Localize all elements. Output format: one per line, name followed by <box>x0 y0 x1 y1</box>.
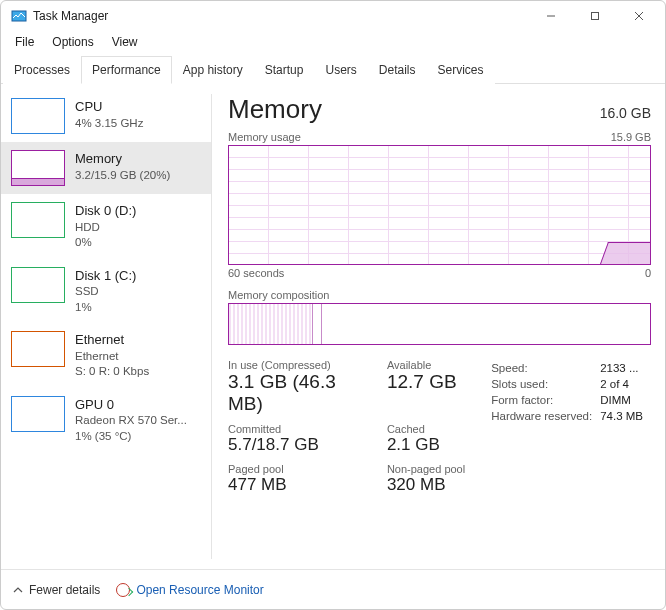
sidebar-item-stat: SSD <box>75 284 136 300</box>
svg-rect-2 <box>592 13 599 20</box>
sidebar-item-cpu[interactable]: CPU 4% 3.15 GHz <box>1 90 211 142</box>
resource-sidebar: CPU 4% 3.15 GHz Memory 3.2/15.9 GB (20%)… <box>1 84 211 569</box>
memory-total: 16.0 GB <box>600 105 651 121</box>
sidebar-item-stat: 4% 3.15 GHz <box>75 116 143 132</box>
sidebar-item-stat2: 1% (35 °C) <box>75 429 187 445</box>
tab-performance[interactable]: Performance <box>81 56 172 84</box>
hw-label: Hardware reserved: <box>491 409 598 423</box>
sidebar-item-label: Memory <box>75 150 170 168</box>
resource-monitor-label: Open Resource Monitor <box>136 583 263 597</box>
stat-value: 477 MB <box>228 475 361 495</box>
hardware-table: Speed:2133 ... Slots used:2 of 4 Form fa… <box>489 359 651 495</box>
sidebar-item-stat2: 0% <box>75 235 136 251</box>
main-panel: Memory 16.0 GB Memory usage 15.9 GB 60 s… <box>212 84 665 569</box>
hw-value: 74.3 MB <box>600 409 649 423</box>
window-title: Task Manager <box>33 9 108 23</box>
sidebar-item-stat2: 1% <box>75 300 136 316</box>
graph-label-right: 15.9 GB <box>611 131 651 143</box>
graph2-label: Memory composition <box>228 289 329 301</box>
open-resource-monitor-link[interactable]: Open Resource Monitor <box>116 583 263 597</box>
hw-label: Form factor: <box>491 393 598 407</box>
tab-app-history[interactable]: App history <box>172 56 254 84</box>
tab-processes[interactable]: Processes <box>3 56 81 84</box>
minimize-button[interactable] <box>529 1 573 31</box>
chevron-up-icon <box>13 585 23 595</box>
tab-details[interactable]: Details <box>368 56 427 84</box>
tab-services[interactable]: Services <box>427 56 495 84</box>
tab-bar: Processes Performance App history Startu… <box>1 55 665 84</box>
footer: Fewer details Open Resource Monitor <box>1 569 665 609</box>
sidebar-item-stat: Ethernet <box>75 349 149 365</box>
stat-label: Paged pool <box>228 463 361 475</box>
hw-label: Speed: <box>491 361 598 375</box>
tab-startup[interactable]: Startup <box>254 56 315 84</box>
graph-axis-left: 60 seconds <box>228 267 284 279</box>
menu-file[interactable]: File <box>7 33 42 51</box>
tab-users[interactable]: Users <box>314 56 367 84</box>
stat-value: 320 MB <box>387 475 465 495</box>
hw-value: 2133 ... <box>600 361 649 375</box>
sidebar-item-memory[interactable]: Memory 3.2/15.9 GB (20%) <box>1 142 211 194</box>
sidebar-item-stat: HDD <box>75 220 136 236</box>
sidebar-item-label: Disk 0 (D:) <box>75 202 136 220</box>
sidebar-item-label: GPU 0 <box>75 396 187 414</box>
sidebar-item-stat: Radeon RX 570 Ser... <box>75 413 187 429</box>
sidebar-item-disk1[interactable]: Disk 1 (C:) SSD 1% <box>1 259 211 324</box>
ethernet-thumb-icon <box>11 331 65 367</box>
memory-usage-chart <box>228 145 651 265</box>
title-bar: Task Manager <box>1 1 665 31</box>
resource-monitor-icon <box>116 583 130 597</box>
stat-label: Available <box>387 359 465 371</box>
stat-value: 12.7 GB <box>387 371 465 393</box>
fewer-details-button[interactable]: Fewer details <box>13 583 100 597</box>
maximize-button[interactable] <box>573 1 617 31</box>
app-icon <box>11 8 27 24</box>
stat-label: In use (Compressed) <box>228 359 361 371</box>
page-title: Memory <box>228 94 322 125</box>
hw-value: 2 of 4 <box>600 377 649 391</box>
cpu-thumb-icon <box>11 98 65 134</box>
sidebar-item-stat: 3.2/15.9 GB (20%) <box>75 168 170 184</box>
stat-label: Cached <box>387 423 465 435</box>
sidebar-item-label: CPU <box>75 98 143 116</box>
sidebar-item-label: Ethernet <box>75 331 149 349</box>
sidebar-item-label: Disk 1 (C:) <box>75 267 136 285</box>
disk-thumb-icon <box>11 202 65 238</box>
stat-label: Non-paged pool <box>387 463 465 475</box>
stat-value: 2.1 GB <box>387 435 465 455</box>
close-button[interactable] <box>617 1 661 31</box>
menu-view[interactable]: View <box>104 33 146 51</box>
sidebar-item-ethernet[interactable]: Ethernet Ethernet S: 0 R: 0 Kbps <box>1 323 211 388</box>
stat-value: 5.7/18.7 GB <box>228 435 361 455</box>
hw-value: DIMM <box>600 393 649 407</box>
memory-thumb-icon <box>11 150 65 186</box>
fewer-details-label: Fewer details <box>29 583 100 597</box>
graph-label-left: Memory usage <box>228 131 301 143</box>
gpu-thumb-icon <box>11 396 65 432</box>
stat-label: Committed <box>228 423 361 435</box>
hw-label: Slots used: <box>491 377 598 391</box>
sidebar-item-gpu0[interactable]: GPU 0 Radeon RX 570 Ser... 1% (35 °C) <box>1 388 211 453</box>
graph-axis-right: 0 <box>645 267 651 279</box>
sidebar-item-stat2: S: 0 R: 0 Kbps <box>75 364 149 380</box>
sidebar-item-disk0[interactable]: Disk 0 (D:) HDD 0% <box>1 194 211 259</box>
menu-options[interactable]: Options <box>44 33 101 51</box>
disk-thumb-icon <box>11 267 65 303</box>
stat-value: 3.1 GB (46.3 MB) <box>228 371 361 415</box>
memory-composition-chart <box>228 303 651 345</box>
menu-bar: File Options View <box>1 31 665 55</box>
